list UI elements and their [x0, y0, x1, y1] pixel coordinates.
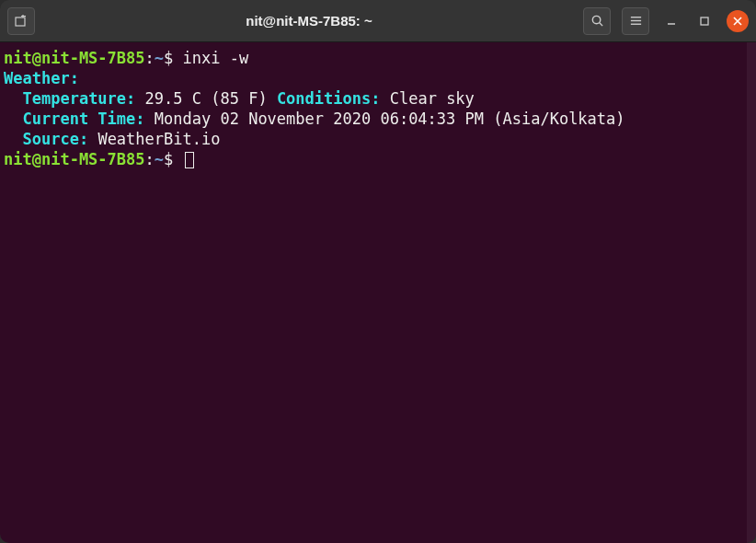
search-icon [590, 14, 604, 28]
scrollbar[interactable] [747, 42, 756, 543]
maximize-button[interactable] [693, 10, 716, 32]
prompt-dollar: $ [164, 49, 173, 67]
temperature-label: Temperature: [22, 89, 135, 108]
output-time-line: Current Time: Monday 02 November 2020 06… [4, 109, 752, 129]
weather-header: Weather: [4, 69, 79, 87]
temperature-value: 29.5 C (85 F) [145, 89, 268, 108]
prompt-line-2: nit@nit-MS-7B85:~$ [4, 149, 752, 169]
window-title: nit@nit-MS-7B85: ~ [35, 13, 583, 29]
output-source-line: Source: WeatherBit.io [4, 129, 752, 149]
cursor [185, 152, 194, 168]
close-button[interactable] [727, 10, 749, 32]
prompt-line-1: nit@nit-MS-7B85:~$ inxi -w [4, 48, 752, 68]
svg-line-4 [599, 23, 601, 26]
prompt-path: ~ [155, 49, 164, 67]
svg-rect-0 [16, 17, 25, 26]
svg-point-3 [592, 16, 600, 23]
terminal-body[interactable]: nit@nit-MS-7B85:~$ inxi -w Weather: Temp… [0, 42, 756, 543]
current-time-value: Monday 02 November 2020 06:04:33 PM (Asi… [155, 110, 625, 128]
prompt-path: ~ [155, 150, 164, 168]
maximize-icon [699, 16, 710, 27]
menu-button[interactable] [622, 7, 649, 35]
prompt-colon: : [145, 49, 155, 67]
minimize-icon [666, 16, 677, 27]
conditions-value: Clear sky [390, 89, 475, 108]
terminal-window: nit@nit-MS-7B85: ~ [0, 0, 756, 543]
source-value: WeatherBit.io [97, 130, 220, 148]
prompt-userhost: nit@nit-MS-7B85 [4, 150, 145, 168]
prompt-userhost: nit@nit-MS-7B85 [4, 49, 145, 67]
current-time-label: Current Time: [22, 110, 144, 128]
prompt-colon: : [145, 150, 155, 168]
svg-rect-9 [701, 17, 708, 25]
titlebar: nit@nit-MS-7B85: ~ [0, 0, 756, 42]
output-header-line: Weather: [4, 68, 752, 88]
new-tab-button[interactable] [7, 7, 35, 35]
new-tab-icon [14, 14, 29, 29]
close-icon [733, 17, 742, 26]
source-label: Source: [22, 130, 88, 148]
command-text: inxi -w [183, 49, 249, 67]
minimize-button[interactable] [660, 10, 682, 32]
conditions-label: Conditions: [277, 89, 381, 108]
prompt-dollar: $ [164, 150, 173, 168]
hamburger-icon [629, 14, 643, 28]
output-temp-line: Temperature: 29.5 C (85 F) Conditions: C… [4, 88, 752, 109]
search-button[interactable] [583, 7, 611, 35]
